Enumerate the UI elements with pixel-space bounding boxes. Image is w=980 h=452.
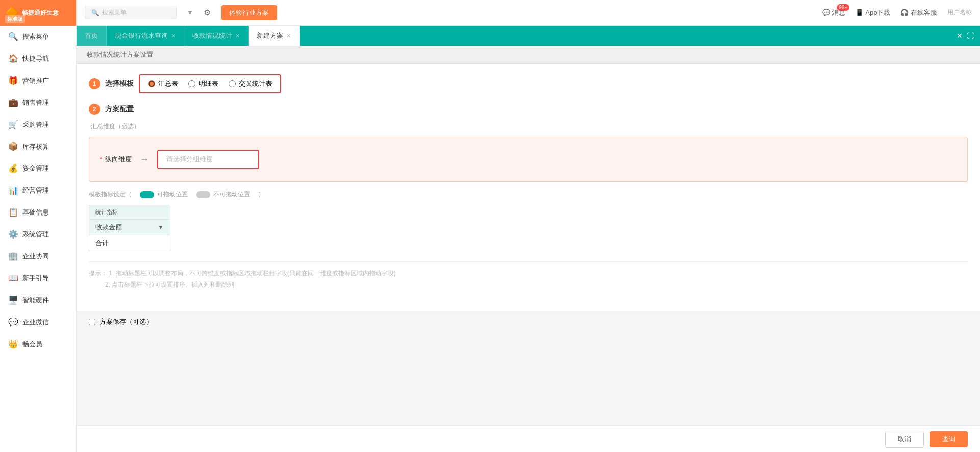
template-options: 汇总表 明细表 交叉统计表 <box>139 74 281 93</box>
tab-home[interactable]: 首页 <box>77 26 107 46</box>
sidebar-item-guide[interactable]: 📖 新手引导 <box>0 267 76 289</box>
sidebar-item-wechat[interactable]: 💬 企业微信 <box>0 311 76 333</box>
toggle-movable <box>140 191 154 198</box>
chevron-down-icon[interactable]: ▼ <box>187 9 193 16</box>
service-label: 在线客服 <box>911 9 937 16</box>
member-icon: 👑 <box>8 339 18 349</box>
tip1-text: 提示： 1. 拖动标题栏可以调整布局，不可跨维度或指标区域拖动栏目字段(只能在同… <box>89 268 968 279</box>
search-placeholder: 搜索菜单 <box>102 8 127 17</box>
tab-receipt-stats-close[interactable]: ✕ <box>235 33 240 39</box>
sidebar-item-inventory-label: 库存核算 <box>22 142 49 151</box>
sidebar-item-marketing-label: 营销推广 <box>22 76 49 85</box>
tabbar-actions: ✕ ⛶ <box>950 32 980 40</box>
sidebar-item-purchase[interactable]: 🛒 采购管理 <box>0 113 76 135</box>
tab-close-all-icon[interactable]: ✕ <box>957 32 963 40</box>
enterprise-icon: 🏢 <box>8 251 18 261</box>
page-title: 收款情况统计方案设置 <box>77 46 980 64</box>
template-radio-cross[interactable] <box>229 80 236 87</box>
tab-new-plan[interactable]: 新建方案 ✕ <box>249 26 300 46</box>
sidebar-item-operation[interactable]: 📊 经营管理 <box>0 179 76 201</box>
dimension-selector[interactable]: 请选择分组维度 <box>157 150 259 169</box>
dimension-area: * 纵向维度 → 请选择分组维度 <box>89 137 968 182</box>
sidebar-item-purchase-label: 采购管理 <box>22 120 49 129</box>
gear-icon[interactable]: ⚙ <box>204 8 211 17</box>
purchase-icon: 🛒 <box>8 120 18 129</box>
step1-section: 1 选择模板 汇总表 明细表 交叉统计表 <box>89 74 968 93</box>
stats-amount-header[interactable]: 收款金额 ▼ <box>89 220 170 235</box>
user-info[interactable]: 用户名称 <box>947 8 972 17</box>
sidebar-item-finance[interactable]: 💰 资金管理 <box>0 157 76 179</box>
sidebar-item-hardware[interactable]: 🖥️ 智能硬件 <box>0 289 76 311</box>
sidebar-item-sales-label: 销售管理 <box>22 98 49 107</box>
sidebar-item-member[interactable]: 👑 畅会员 <box>0 333 76 355</box>
movable-indicator-option: 可拖动位置 <box>140 190 188 199</box>
marketing-icon: 🎁 <box>8 76 18 85</box>
online-service[interactable]: 🎧 在线客服 <box>900 8 937 17</box>
tab-bank-flow[interactable]: 现金银行流水查询 ✕ <box>107 26 184 46</box>
app-download[interactable]: 📱 App下载 <box>855 8 890 17</box>
sidebar-item-sales[interactable]: 💼 销售管理 <box>0 91 76 113</box>
sidebar-item-inventory[interactable]: 📦 库存核算 <box>0 135 76 157</box>
query-button[interactable]: 查询 <box>930 431 968 447</box>
topbar-right: 💬 消息 99+ 📱 App下载 🎧 在线客服 用户名称 <box>822 8 972 17</box>
search-icon-topbar: 🔍 <box>91 9 99 16</box>
template-option-summary[interactable]: 汇总表 <box>148 79 178 88</box>
toggle-fixed <box>196 191 210 198</box>
inventory-icon: 📦 <box>8 141 18 151</box>
message-badge[interactable]: 💬 消息 99+ <box>822 8 846 17</box>
dimension-label-text: 汇总维度（必选） <box>91 123 140 130</box>
sidebar-item-quick-nav[interactable]: 🏠 快捷导航 <box>0 47 76 69</box>
trial-button[interactable]: 体验行业方案 <box>221 5 277 20</box>
indicator-options-close: ） <box>258 190 264 199</box>
user-name: 用户名称 <box>947 9 972 16</box>
fixed-label: 不可拖动位置 <box>213 190 250 199</box>
template-cross-label: 交叉统计表 <box>239 79 272 88</box>
download-icon: 📱 <box>855 9 864 16</box>
tip2-text: 2. 点击标题栏下拉可设置排序、插入列和删除列 <box>89 279 968 291</box>
system-icon: ⚙️ <box>8 229 18 239</box>
sidebar-item-marketing[interactable]: 🎁 营销推广 <box>0 69 76 91</box>
sidebar-item-search-label: 搜索菜单 <box>22 32 49 41</box>
tabbar: 首页 现金银行流水查询 ✕ 收款情况统计 ✕ 新建方案 ✕ ✕ ⛶ <box>77 26 980 46</box>
download-label: App下载 <box>865 9 890 16</box>
topbar-search[interactable]: 🔍 搜索菜单 <box>85 6 177 19</box>
save-checkbox[interactable] <box>89 319 95 325</box>
home-icon: 🏠 <box>8 54 18 63</box>
template-radio-detail[interactable] <box>188 80 195 87</box>
tab-bank-flow-label: 现金银行流水查询 <box>115 31 168 40</box>
hardware-icon: 🖥️ <box>8 295 18 305</box>
indicator-options: 模板指标设定（ 可拖动位置 不可拖动位置 ） <box>89 190 968 199</box>
basic-info-icon: 📋 <box>8 207 18 217</box>
template-radio-summary[interactable] <box>148 80 155 87</box>
message-icon: 💬 <box>822 9 830 16</box>
sidebar-item-enterprise-label: 企业协同 <box>22 252 49 261</box>
finance-icon: 💰 <box>8 163 18 173</box>
content-area: 收款情况统计方案设置 1 选择模板 汇总表 明细表 <box>77 46 980 452</box>
sidebar-item-enterprise[interactable]: 🏢 企业协同 <box>0 245 76 267</box>
sidebar: 🔶 畅捷通好生意 标准版 🔍 搜索菜单 🏠 快捷导航 🎁 营销推广 💼 销售管理… <box>0 0 77 452</box>
step1-title: 选择模板 <box>105 79 134 88</box>
sidebar-item-member-label: 畅会员 <box>22 340 42 349</box>
cancel-button[interactable]: 取消 <box>885 431 924 448</box>
tip2: 2. 点击标题栏下拉可设置排序、插入列和删除列 <box>105 281 234 288</box>
arrow-icon: → <box>140 154 149 165</box>
template-option-detail[interactable]: 明细表 <box>188 79 218 88</box>
tip-section: 提示： 1. 拖动标题栏可以调整布局，不可跨维度或指标区域拖动栏目字段(只能在同… <box>89 261 968 290</box>
sidebar-item-system-label: 系统管理 <box>22 230 49 239</box>
sidebar-item-guide-label: 新手引导 <box>22 274 49 283</box>
indicators-section: 模板指标设定（ 可拖动位置 不可拖动位置 ） 统计指标 <box>89 190 968 251</box>
form-container: 1 选择模板 汇总表 明细表 交叉统计表 <box>77 64 980 311</box>
sidebar-item-basic-info[interactable]: 📋 基础信息 <box>0 201 76 223</box>
app-logo: 🔶 畅捷通好生意 标准版 <box>0 0 76 26</box>
tab-bank-flow-close[interactable]: ✕ <box>171 33 176 39</box>
sidebar-item-system[interactable]: ⚙️ 系统管理 <box>0 223 76 245</box>
tab-receipt-stats[interactable]: 收款情况统计 ✕ <box>184 26 249 46</box>
topbar: 🔍 搜索菜单 ▼ ⚙ 体验行业方案 💬 消息 99+ 📱 App下载 🎧 在线客… <box>77 0 980 26</box>
template-option-cross[interactable]: 交叉统计表 <box>229 79 272 88</box>
tab-expand-icon[interactable]: ⛶ <box>967 32 974 40</box>
tab-new-plan-close[interactable]: ✕ <box>286 33 291 39</box>
sidebar-item-search[interactable]: 🔍 搜索菜单 <box>0 26 76 47</box>
sidebar-item-operation-label: 经营管理 <box>22 186 49 195</box>
step2-title: 方案配置 <box>105 105 134 114</box>
message-count: 99+ <box>837 4 849 11</box>
